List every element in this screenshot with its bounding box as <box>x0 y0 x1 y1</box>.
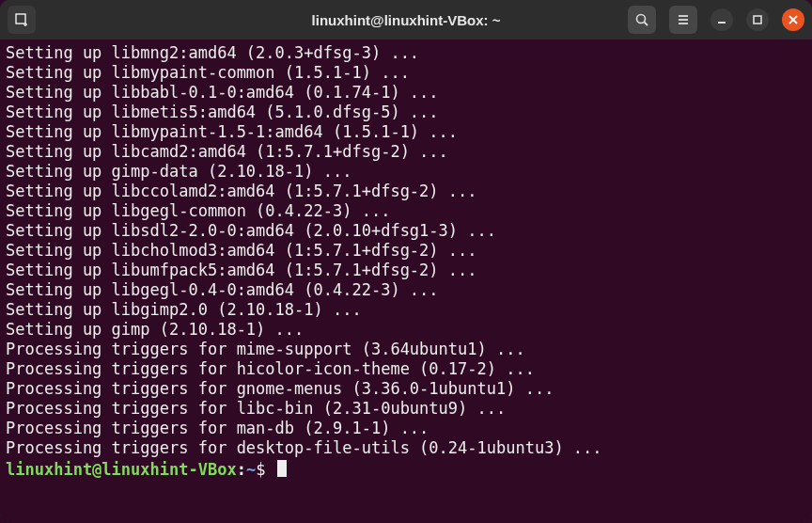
terminal-output-line: Setting up gimp (2.10.18-1) ... <box>6 320 806 340</box>
minimize-icon <box>716 14 727 25</box>
terminal-window: linuxhint@linuxhint-VBox: ~ <box>0 0 812 523</box>
terminal-output-line: Setting up libmypaint-1.5-1:amd64 (1.5.1… <box>6 122 806 142</box>
prompt-dollar: $ <box>256 460 265 479</box>
hamburger-icon <box>676 12 691 27</box>
terminal-output-line: Setting up libsdl2-2.0-0:amd64 (2.0.10+d… <box>6 221 806 241</box>
prompt-path: ~ <box>246 460 256 479</box>
terminal-body[interactable]: Setting up libmng2:amd64 (2.0.3+dfsg-3) … <box>0 40 812 523</box>
terminal-output-line: Setting up libgegl-common (0.4.22-3) ... <box>6 201 806 221</box>
terminal-output-line: Setting up libgimp2.0 (2.10.18-1) ... <box>6 300 806 320</box>
search-button[interactable] <box>628 6 656 34</box>
svg-point-1 <box>637 15 646 24</box>
maximize-icon <box>752 14 763 25</box>
titlebar: linuxhint@linuxhint-VBox: ~ <box>0 0 812 40</box>
terminal-output-line: Processing triggers for mime-support (3.… <box>6 340 806 359</box>
titlebar-right <box>617 6 804 34</box>
close-icon <box>788 14 799 25</box>
prompt-line[interactable]: linuxhint@linuxhint-VBox:~$ <box>6 460 806 480</box>
svg-rect-0 <box>16 14 25 24</box>
terminal-output-line: Setting up libmetis5:amd64 (5.1.0.dfsg-5… <box>6 103 806 122</box>
close-button[interactable] <box>782 8 804 31</box>
terminal-output-line: Setting up libccolamd2:amd64 (1:5.7.1+df… <box>6 182 806 201</box>
svg-rect-7 <box>754 16 761 24</box>
maximize-button[interactable] <box>746 8 769 31</box>
terminal-output-line: Setting up libcamd2:amd64 (1:5.7.1+dfsg-… <box>6 142 806 162</box>
terminal-output-line: Setting up libmng2:amd64 (2.0.3+dfsg-3) … <box>6 43 806 63</box>
prompt-colon: : <box>237 460 246 479</box>
terminal-output-line: Setting up libmypaint-common (1.5.1-1) .… <box>6 63 806 83</box>
terminal-output-line: Setting up gimp-data (2.10.18-1) ... <box>6 162 806 182</box>
terminal-output-line: Setting up libcholmod3:amd64 (1:5.7.1+df… <box>6 241 806 261</box>
minimize-button[interactable] <box>710 8 733 31</box>
terminal-output-line: Setting up libgegl-0.4-0:amd64 (0.4.22-3… <box>6 280 806 300</box>
terminal-output-line: Processing triggers for hicolor-icon-the… <box>6 359 806 379</box>
terminal-output-line: Setting up libumfpack5:amd64 (1:5.7.1+df… <box>6 261 806 280</box>
terminal-output-line: Processing triggers for desktop-file-uti… <box>6 438 806 458</box>
cursor <box>277 460 287 477</box>
titlebar-left <box>8 6 195 34</box>
terminal-output-line: Setting up libbabl-0.1-0:amd64 (0.1.74-1… <box>6 83 806 103</box>
search-icon <box>634 12 649 27</box>
terminal-output-line: Processing triggers for libc-bin (2.31-0… <box>6 399 806 419</box>
prompt-user-host: linuxhint@linuxhint-VBox <box>6 460 237 479</box>
new-tab-button[interactable] <box>8 6 36 34</box>
menu-button[interactable] <box>669 6 697 34</box>
terminal-output-line: Processing triggers for gnome-menus (3.3… <box>6 379 806 399</box>
new-tab-icon <box>14 12 29 27</box>
window-title: linuxhint@linuxhint-VBox: ~ <box>195 12 617 28</box>
svg-line-2 <box>645 23 648 26</box>
terminal-output-line: Processing triggers for man-db (2.9.1-1)… <box>6 419 806 438</box>
